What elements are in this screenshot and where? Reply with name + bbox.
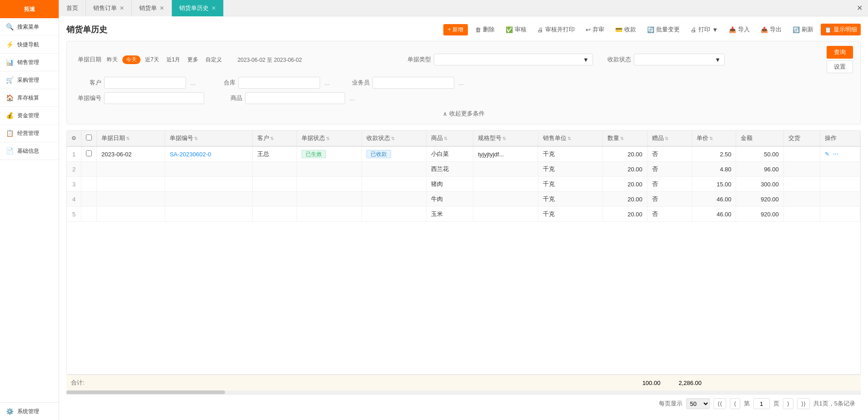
- print-button[interactable]: 🖨 打印 ▼: [687, 24, 722, 35]
- batch-change-icon: 🔄: [647, 26, 654, 33]
- table-row: 4 牛肉 千克 20.00 否 46.00 920.00: [67, 192, 860, 207]
- row-gift: 否: [647, 146, 692, 162]
- audit-print-button[interactable]: 🖨 审核并打印: [534, 24, 578, 35]
- tab-sales-invoice[interactable]: 销货单 ✕: [132, 0, 172, 16]
- prev-page-button[interactable]: ⟨: [730, 398, 740, 409]
- chart-icon: 📊: [5, 58, 14, 66]
- table-row: 5 玉米 千克 20.00 否 46.00 920.00: [67, 207, 860, 222]
- tab-sales-order-label: 销售订单: [93, 4, 117, 12]
- scrollbar-thumb[interactable]: [66, 390, 225, 394]
- col-quantity[interactable]: 数量⇅: [603, 130, 647, 146]
- col-customer[interactable]: 客户⇅: [252, 130, 297, 146]
- sidebar-item-sales[interactable]: 📊 销售管理: [0, 54, 59, 71]
- row-quantity: 20.00: [603, 162, 647, 177]
- col-checkbox: [81, 130, 97, 146]
- customer-input[interactable]: [104, 77, 186, 89]
- tab-sales-invoice-close[interactable]: ✕: [160, 5, 164, 11]
- tab-close-all-button[interactable]: ✕: [851, 4, 868, 12]
- edit-action-button[interactable]: ✎: [825, 151, 829, 157]
- shortcut-custom[interactable]: 自定义: [203, 55, 225, 64]
- doc-number-label: 单据编号: [74, 94, 101, 102]
- query-button[interactable]: 查询: [827, 46, 853, 59]
- tab-sales-history-close[interactable]: ✕: [211, 5, 216, 11]
- shortcut-more[interactable]: 更多: [185, 55, 201, 64]
- tab-sales-history[interactable]: 销货单历史 ✕: [172, 0, 224, 16]
- sidebar-item-operations[interactable]: 📋 经营管理: [0, 125, 59, 142]
- tab-sales-order[interactable]: 销售订单 ✕: [86, 0, 132, 16]
- page-number-input[interactable]: [753, 398, 770, 409]
- col-payment-status[interactable]: 收款状态⇅: [361, 130, 426, 146]
- delete-button[interactable]: 🗑 删除: [472, 24, 498, 35]
- horizontal-scrollbar[interactable]: [66, 390, 861, 394]
- table-body: 1 2023-06-02 SA-20230602-0 王总 已生效 已收款 小白…: [67, 146, 860, 222]
- shortcut-yesterday[interactable]: 昨天: [104, 55, 120, 64]
- last-page-button[interactable]: ⟩⟩: [797, 398, 810, 409]
- sidebar-item-basic-info[interactable]: 📄 基础信息: [0, 142, 59, 160]
- flash-icon: ⚡: [5, 40, 14, 49]
- col-unit-price[interactable]: 单价⇅: [692, 130, 736, 146]
- import-button[interactable]: 📥 导入: [725, 24, 753, 35]
- salesperson-input[interactable]: [372, 77, 454, 89]
- first-page-button[interactable]: ⟨⟨: [713, 398, 726, 409]
- sidebar-item-inventory[interactable]: 🏠 库存核算: [0, 89, 59, 107]
- tab-sales-order-close[interactable]: ✕: [120, 5, 124, 11]
- show-details-button[interactable]: 📋 显示明细: [821, 24, 861, 35]
- select-all-checkbox[interactable]: [86, 135, 92, 140]
- sidebar-item-label: 资金管理: [17, 112, 39, 120]
- new-button[interactable]: + 新增: [443, 24, 468, 35]
- sidebar-item-label: 销售管理: [17, 59, 39, 66]
- product-input[interactable]: [245, 92, 345, 104]
- doc-type-select[interactable]: ▼: [434, 54, 593, 65]
- salesperson-dots-button[interactable]: ...: [457, 79, 466, 87]
- sidebar-item-system[interactable]: ⚙️ 系统管理: [0, 403, 59, 420]
- col-gift[interactable]: 赠品⇅: [647, 130, 692, 146]
- abandon-button[interactable]: ↩ 弃审: [582, 24, 608, 35]
- settings-button[interactable]: 设置: [827, 60, 853, 73]
- sidebar-item-finance[interactable]: 💰 资金管理: [0, 107, 59, 125]
- col-spec[interactable]: 规格型号⇅: [473, 130, 538, 146]
- customer-dots-button[interactable]: ...: [189, 79, 197, 87]
- collapse-button[interactable]: ∧ 收起更多条件: [441, 108, 487, 120]
- filter-date: 单据日期 昨天 今天 近7天 近1月 更多 自定义: [74, 55, 225, 64]
- export-button[interactable]: 📤 导出: [757, 24, 785, 35]
- next-page-button[interactable]: ⟩: [783, 398, 793, 409]
- sidebar-item-quick-nav[interactable]: ⚡ 快捷导航: [0, 36, 59, 54]
- shortcut-7days[interactable]: 近7天: [142, 55, 162, 64]
- col-product[interactable]: 商品⇅: [426, 130, 473, 146]
- col-doc-date[interactable]: 单据日期⇅: [97, 130, 165, 146]
- collect-button[interactable]: 💳 收款: [612, 24, 640, 35]
- col-settings[interactable]: ⚙: [67, 130, 81, 146]
- row-sales-unit: 千克: [538, 192, 602, 207]
- shortcut-today[interactable]: 今天: [122, 55, 140, 64]
- row-checkbox[interactable]: [86, 150, 92, 156]
- row-checkbox-cell: [81, 162, 97, 177]
- row-doc-num: [165, 192, 252, 207]
- warehouse-dots-button[interactable]: ...: [323, 79, 331, 87]
- filter-doc-type: 单据类型 ▼: [404, 54, 593, 65]
- table-row: 3 猪肉 千克 20.00 否 15.00 300.00: [67, 177, 860, 192]
- row-amount: 96.00: [736, 162, 783, 177]
- sidebar-item-purchase[interactable]: 🛒 采购管理: [0, 71, 59, 89]
- batch-change-button[interactable]: 🔄 批量变更: [643, 24, 683, 35]
- audit-button[interactable]: ✅ 审核: [502, 24, 530, 35]
- filter-doc-number: 单据编号: [74, 92, 204, 104]
- per-page-select[interactable]: 50 100 200: [686, 398, 710, 409]
- col-sales-unit[interactable]: 销售单位⇅: [538, 130, 602, 146]
- doc-num-link[interactable]: SA-20230602-0: [170, 151, 211, 158]
- more-action-button[interactable]: ⋯: [833, 151, 838, 157]
- tab-home[interactable]: 首页: [59, 0, 86, 16]
- col-doc-num[interactable]: 单据编号⇅: [165, 130, 252, 146]
- sidebar-item-search-menu[interactable]: 🔍 搜索菜单: [0, 18, 59, 36]
- product-dots-button[interactable]: ...: [348, 94, 356, 103]
- page-title: 销货单历史: [66, 24, 107, 35]
- row-doc-date: 2023-06-02: [97, 146, 165, 162]
- shortcut-1month[interactable]: 近1月: [164, 55, 183, 64]
- payment-status-select[interactable]: ▼: [634, 54, 725, 65]
- doc-number-input[interactable]: [104, 92, 204, 104]
- summary-total: 100.00 2,286.00: [642, 380, 702, 386]
- sidebar-item-label: 采购管理: [17, 76, 39, 84]
- col-doc-status[interactable]: 单据状态⇅: [297, 130, 361, 146]
- warehouse-input[interactable]: [238, 77, 320, 89]
- refresh-button[interactable]: 🔃 刷新: [789, 24, 817, 35]
- row-quantity: 20.00: [603, 207, 647, 222]
